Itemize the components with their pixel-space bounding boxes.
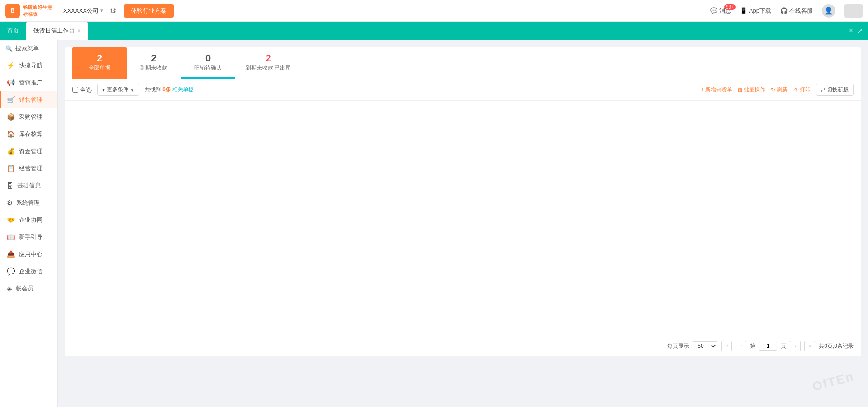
stats-count-overdue-shipped: 2 [266,52,271,64]
tab-workbench[interactable]: 钱货日清工作台 × [26,22,88,40]
last-page-btn[interactable]: » [804,341,815,351]
sidebar-item-basic-info[interactable]: 🗄 基础信息 [0,177,57,194]
sidebar-label-cooperation: 企业协同 [19,216,42,224]
sidebar-item-quick-nav[interactable]: ⚡ 快捷导航 [0,57,57,74]
sidebar-item-cooperation[interactable]: 🤝 企业协同 [0,211,57,229]
sidebar-item-wechat[interactable]: 💬 企业微信 [0,263,57,280]
sidebar-search-label: 搜索菜单 [15,44,39,52]
sidebar-label-finance: 资金管理 [19,147,42,155]
tab-close-icon[interactable]: × [77,28,80,34]
add-btn[interactable]: + 新增销货单 [701,86,732,94]
sidebar-item-sales[interactable]: 🛒 销售管理 [0,91,57,108]
found-text: 共找到 0条 相关单据 [145,86,194,94]
app-download-label: App下载 [749,7,771,15]
sidebar-label-member: 畅会员 [16,285,33,293]
pagination: 每页显示 50 100 200 « ‹ 第 1 页 › » 共0页,0条记录 [65,336,861,356]
sidebar-item-finance[interactable]: 💰 资金管理 [0,143,57,160]
first-page-btn[interactable]: « [721,341,732,351]
user-name-area[interactable] [844,4,863,18]
sidebar-item-app-center[interactable]: 📥 应用中心 [0,246,57,263]
sidebar-label-marketing: 营销推广 [19,79,42,87]
topbar: 6 畅捷通好生意 标准版 XXXXXX公司 ▾ ⚙ 体验行业方案 💬 消息 99… [0,0,868,22]
tab-workbench-label: 钱货日清工作台 [33,27,75,35]
sidebar-icon-app-center: 📥 [7,250,15,258]
online-service-item[interactable]: 🎧 在线客服 [780,7,813,15]
refresh-btn[interactable]: ↻ 刷新 [771,86,788,94]
stats-label-overdue-shipped: 到期未收款 已出库 [246,64,291,72]
sidebar-item-member[interactable]: ◈ 畅会员 [0,280,57,297]
per-page-label: 每页显示 [667,342,689,350]
stats-tab-overdue-shipped[interactable]: 2 到期未收款 已出库 [235,47,302,79]
print-btn[interactable]: 🖨 打印 [793,86,811,94]
message-icon: 💬 [710,7,717,14]
filter-btn[interactable]: ▾ 更多条件 ∨ [97,84,139,96]
main-content: 2 全部单据 2 到期未收款 0 旺辅待确认 2 到期未收款 已出库 全选 ▾ … [58,40,868,407]
topbar-right: 💬 消息 99+ 📱 App下载 🎧 在线客服 👤 [710,4,863,18]
sidebar-icon-cooperation: 🤝 [7,216,15,224]
select-all-checkbox[interactable]: 全选 [72,86,92,94]
stats-tab-overdue[interactable]: 2 到期未收款 [127,47,181,79]
sidebar-icon-inventory: 🏠 [7,130,15,138]
stats-tab-all[interactable]: 2 全部单据 [72,47,127,79]
sidebar-icon-finance: 💰 [7,147,15,155]
message-item[interactable]: 💬 消息 99+ [710,7,731,15]
company-name: XXXXXX公司 [63,7,99,15]
batch-btn[interactable]: ⊞ 批量操作 [738,86,765,94]
sidebar-icon-guide: 📖 [7,233,15,241]
stats-label-wangwang: 旺辅待确认 [194,64,222,72]
app-download-item[interactable]: 📱 App下载 [740,7,771,15]
next-page-btn[interactable]: › [790,341,801,351]
stats-count-overdue: 2 [151,52,156,64]
stats-tab-wangwang[interactable]: 0 旺辅待确认 [181,47,235,79]
found-count: 0条 [162,86,171,93]
sidebar-label-app-center: 应用中心 [19,250,42,258]
sidebar-label-purchase: 采购管理 [19,113,42,121]
page-label: 第 [750,342,755,350]
select-all-input[interactable] [72,87,78,93]
tab-controls: × ⤢ [849,27,868,35]
sidebar-search[interactable]: 🔍 搜索菜单 [0,40,57,57]
app-download-icon: 📱 [740,7,747,14]
total-label: 共0页,0条记录 [819,342,854,350]
stats-count-wangwang: 0 [205,52,211,64]
switch-icon: ⇄ [821,87,826,93]
logo-icon: 6 [5,4,20,18]
experience-btn[interactable]: 体验行业方案 [124,4,174,18]
avatar[interactable]: 👤 [822,4,835,18]
page-input[interactable]: 1 [759,342,777,351]
sidebar-item-operation[interactable]: 📋 经营管理 [0,160,57,177]
sidebar-item-guide[interactable]: 📖 新手引导 [0,229,57,246]
print-icon: 🖨 [793,87,798,93]
filter-label: 更多条件 [107,86,128,94]
per-page-select[interactable]: 50 100 200 [693,341,717,351]
sidebar-icon-quick-nav: ⚡ [7,61,15,70]
sidebar-label-sales: 销售管理 [19,96,42,104]
sidebar-item-purchase[interactable]: 📦 采购管理 [0,108,57,126]
tabbar: 首页 钱货日清工作台 × × ⤢ [0,22,868,40]
sidebar-item-marketing[interactable]: 📢 营销推广 [0,74,57,91]
batch-icon: ⊞ [738,87,742,93]
headset-icon: 🎧 [780,7,788,14]
sidebar-icon-basic-info: 🗄 [7,182,14,190]
search-icon: 🔍 [5,45,13,52]
sidebar-icon-member: ◈ [7,285,12,293]
switch-version-btn[interactable]: ⇄ 切换新版 [816,84,854,96]
company-chevron-icon: ▾ [100,8,103,14]
sidebar-item-system[interactable]: ⚙ 系统管理 [0,194,57,211]
settings-icon[interactable]: ⚙ [107,5,119,17]
prev-page-btn[interactable]: ‹ [736,341,746,351]
tab-home[interactable]: 首页 [0,22,26,40]
company-selector[interactable]: XXXXXX公司 ▾ [63,7,103,15]
maximize-icon[interactable]: ⤢ [857,27,863,35]
refresh-icon: ↻ [771,87,775,93]
sidebar: 🔍 搜索菜单 ⚡ 快捷导航 📢 营销推广 🛒 销售管理 📦 采购管理 🏠 库存核… [0,40,58,407]
online-service-label: 在线客服 [789,7,813,15]
filter-chevron-icon: ∨ [130,87,134,93]
toolbar: 全选 ▾ 更多条件 ∨ 共找到 0条 相关单据 + 新增销货单 ⊞ 批量操作 ↻… [65,79,861,101]
logo-text: 畅捷通好生意 标准版 [23,4,52,17]
sidebar-item-inventory[interactable]: 🏠 库存核算 [0,126,57,143]
related-orders-link[interactable]: 相关单据 [172,86,194,93]
minimize-icon[interactable]: × [849,27,853,35]
select-all-label: 全选 [80,86,92,94]
message-badge: 99+ [724,4,736,10]
